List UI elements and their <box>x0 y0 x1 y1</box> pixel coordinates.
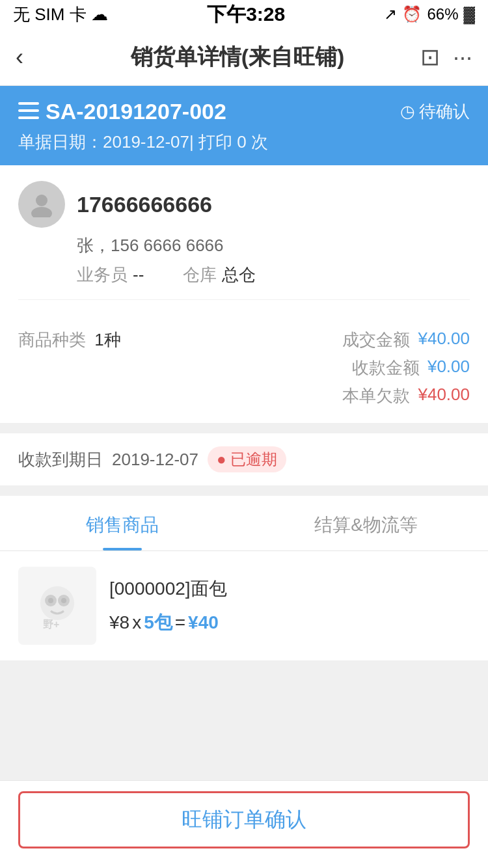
salesperson-value: -- <box>133 265 144 285</box>
salesperson-item: 业务员 -- <box>77 264 144 286</box>
order-header-banner: SA-20191207-002 ◷ 待确认 单据日期：2019-12-07| 打… <box>0 86 488 165</box>
svg-rect-0 <box>18 102 39 105</box>
svg-point-5 <box>40 586 74 620</box>
svg-point-3 <box>36 195 47 206</box>
svg-point-8 <box>48 598 53 603</box>
salesperson-label: 业务员 <box>77 264 128 286</box>
goods-type-label: 商品种类 <box>18 330 86 349</box>
overdue-icon: ● <box>217 450 226 468</box>
nav-bar: ‹ 销货单详情(来自旺铺) ⊡ ··· <box>0 29 488 86</box>
svg-point-4 <box>31 207 52 217</box>
battery-level: 66% <box>427 5 458 23</box>
sim-status: 无 SIM 卡 ☁ <box>13 3 108 26</box>
debt-row: 本单欠款 ¥40.00 <box>342 385 470 407</box>
order-status: ◷ 待确认 <box>400 100 470 123</box>
multiply-sign: x <box>132 612 141 633</box>
customer-phone: 17666666666 <box>77 192 212 217</box>
due-date-value: 2019-12-07 <box>112 450 198 470</box>
product-name: [0000002]面包 <box>109 576 470 601</box>
goods-type-value: 1种 <box>94 330 120 349</box>
debt-value: ¥40.00 <box>418 385 470 407</box>
tab-sales-products[interactable]: 销售商品 <box>0 496 244 550</box>
product-info: [0000002]面包 ¥8 x 5包 = ¥40 <box>109 576 470 635</box>
page-title: 销货单详情(来自旺铺) <box>131 42 345 72</box>
bottom-action-bar: 旺铺订单确认 <box>0 780 488 868</box>
clock-icon: ◷ <box>400 102 415 122</box>
product-price-row: ¥8 x 5包 = ¥40 <box>109 610 470 635</box>
svg-text:野+: 野+ <box>43 619 59 630</box>
summary-section: 商品种类 1种 成交金额 ¥40.00 收款金额 ¥0.00 本单欠款 ¥40.… <box>0 313 488 423</box>
nav-actions: ⊡ ··· <box>420 44 472 71</box>
svg-rect-1 <box>18 109 39 112</box>
customer-section: 17666666666 张，156 6666 6666 业务员 -- 仓库 总仓 <box>0 165 488 313</box>
warehouse-item: 仓库 总仓 <box>183 264 256 286</box>
warehouse-label: 仓库 <box>183 264 217 286</box>
svg-rect-2 <box>18 116 39 119</box>
due-date-section: 收款到期日 2019-12-07 ● 已逾期 <box>0 433 488 485</box>
tab-settlement[interactable]: 结算&物流等 <box>244 496 488 550</box>
overdue-text: 已逾期 <box>230 449 277 470</box>
product-price: ¥8 <box>109 612 129 633</box>
customer-sub-info: 张，156 6666 6666 <box>77 234 470 257</box>
deal-amount-value: ¥40.00 <box>418 329 470 351</box>
status-bar: 无 SIM 卡 ☁ 下午3:28 ↗ ⏰ 66% ▓ <box>0 0 488 29</box>
confirm-order-button[interactable]: 旺铺订单确认 <box>18 791 470 848</box>
warehouse-value: 总仓 <box>222 264 256 286</box>
status-time: 下午3:28 <box>207 1 285 28</box>
back-button[interactable]: ‹ <box>16 44 55 71</box>
alarm-icon: ⏰ <box>402 5 422 23</box>
share-icon[interactable]: ⊡ <box>420 44 440 71</box>
location-icon: ↗ <box>384 5 397 23</box>
tabs-section: 销售商品 结算&物流等 <box>0 496 488 551</box>
collected-label: 收款金额 <box>352 357 420 379</box>
order-date-row: 单据日期：2019-12-07| 打印 0 次 <box>18 131 470 154</box>
svg-point-9 <box>61 598 66 603</box>
status-right: ↗ ⏰ 66% ▓ <box>384 5 475 23</box>
due-date-label: 收款到期日 <box>18 448 103 471</box>
order-id-icon <box>18 99 39 124</box>
customer-meta: 业务员 -- 仓库 总仓 <box>77 264 470 286</box>
product-thumbnail: 野+ <box>18 567 96 645</box>
battery-icon: ▓ <box>464 5 476 23</box>
goods-type: 商品种类 1种 <box>18 329 121 351</box>
amount-summary: 成交金额 ¥40.00 收款金额 ¥0.00 本单欠款 ¥40.00 <box>342 329 470 407</box>
product-item: 野+ [0000002]面包 ¥8 x 5包 = ¥40 <box>18 567 470 645</box>
product-section: 野+ [0000002]面包 ¥8 x 5包 = ¥40 <box>0 551 488 660</box>
product-qty: 5包 <box>144 610 172 635</box>
deal-amount-row: 成交金额 ¥40.00 <box>342 329 470 351</box>
more-icon[interactable]: ··· <box>453 44 472 71</box>
collected-value: ¥0.00 <box>427 357 470 379</box>
debt-label: 本单欠款 <box>342 385 410 407</box>
deal-amount-label: 成交金额 <box>342 329 410 351</box>
order-id: SA-20191207-002 <box>18 99 226 124</box>
collected-row: 收款金额 ¥0.00 <box>352 357 470 379</box>
equals-sign: = <box>175 612 185 633</box>
overdue-badge: ● 已逾期 <box>208 446 286 472</box>
avatar <box>18 181 65 228</box>
status-left: 无 SIM 卡 ☁ <box>13 3 108 26</box>
product-total: ¥40 <box>188 612 219 633</box>
